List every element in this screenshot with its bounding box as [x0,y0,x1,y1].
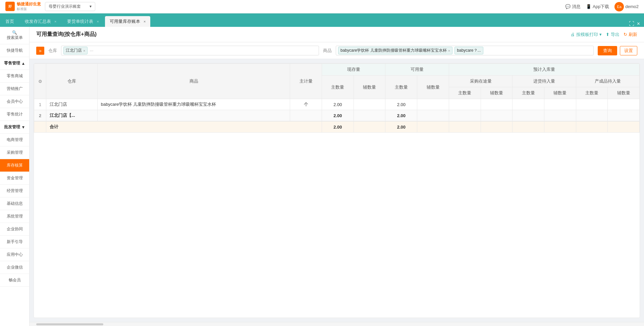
tab-available-inventory[interactable]: 可用量库存账本 × [105,16,150,27]
tab-demand-close[interactable]: × [97,19,99,24]
sidebar-marketing-label: 营销推广 [7,86,23,92]
th-available-main: 主数量 [385,76,417,99]
product-tag-0-close[interactable]: × [448,49,450,53]
nav-tabs: 首页 收发存汇总表 × 要货单统计表 × 可用量库存账本 × ⛶ × [0,13,644,27]
sidebar-item-retail-mgmt[interactable]: 零售管理 ▲ [0,57,29,70]
th-purchase-main: 主数量 [449,87,481,99]
warehouse-tag-area[interactable]: 江北门店 × ··· [61,46,319,55]
message-btn[interactable]: 💬 消息 [565,4,581,10]
app-download-btn[interactable]: 📱 App下载 [586,4,609,10]
sidebar-item-retail-mall[interactable]: 零售商城 [0,70,29,83]
th-stock-aux: 辅数量 [354,76,385,99]
row1-product: babycare学饮杯 儿童防摔防撞吸管杯重力球吸嘴杯宝宝水杯 [97,99,290,110]
search-icon: 🔍 [12,30,17,35]
avatar: Ea [614,2,624,11]
row2-num: 2 [34,110,46,122]
sidebar-search[interactable]: 🔍 搜索菜单 [0,27,29,44]
inventory-table: ⚙ 仓库 商品 主计量 现存量 可用量 预计入库量 主数量 辅数量 主数量 辅数… [34,63,640,133]
tab-receive-send[interactable]: 收发存汇总表 × [20,16,61,27]
footer-purchase-main [449,121,481,133]
sidebar-item-new-guide[interactable]: 新手引导 [0,236,29,248]
footer-available-aux [417,121,449,133]
th-incoming-aux: 辅数量 [544,87,576,99]
user-area[interactable]: Ea demo2 [614,2,639,11]
sidebar-item-system-mgmt[interactable]: 系统管理 [0,210,29,223]
sidebar-item-member-center[interactable]: 会员中心 [0,95,29,108]
th-unit: 主计量 [290,64,322,99]
th-warehouse: 仓库 [46,64,98,99]
tab-available-inventory-close[interactable]: × [144,19,146,24]
sidebar-item-inventory-check[interactable]: 库存核算 [0,159,29,172]
product-tag-area[interactable]: babycare学饮杯 儿童防摔防撞吸管杯重力球吸嘴杯宝宝水杯 × babyca… [336,46,594,55]
row1-available-aux [417,99,449,110]
fullscreen-icon[interactable]: ⛶ [629,21,634,27]
th-purchase-aux: 辅数量 [481,87,513,99]
settings-gear-icon[interactable]: ⚙ [38,79,42,84]
warehouse-tag-0[interactable]: 江北门店 × [63,47,88,54]
sidebar-item-member[interactable]: 畅会员 [0,274,29,287]
tab-home[interactable]: 首页 [1,16,19,27]
footer-available-main: 2.00 [385,121,417,133]
sidebar: 🔍 搜索菜单 快捷导航 零售管理 ▲ 零售商城 营销推广 会员中心 零售统计 批… [0,27,30,326]
product-filter-label: 商品 [323,48,332,54]
row2-purchase-aux [481,110,513,122]
row2-available-main: 2.00 [385,110,417,122]
chevron-down-icon: ▾ [90,4,92,9]
scroll-thumb[interactable] [36,323,103,325]
sidebar-item-ecommerce-mgmt[interactable]: 电商管理 [0,134,29,146]
refresh-btn[interactable]: ↻ 刷新 [624,32,637,38]
sidebar-item-marketing[interactable]: 营销推广 [0,83,29,95]
th-stock-group: 现存量 [322,64,385,76]
product-tag-text-0: babycare学饮杯 儿童防摔防撞吸管杯重力球吸嘴杯宝宝水杯 [340,48,447,53]
product-tag-1[interactable]: babycare？... [454,47,483,54]
sidebar-item-enterprise-wechat[interactable]: 企业微信 [0,261,29,274]
table-container: ⚙ 仓库 商品 主计量 现存量 可用量 预计入库量 主数量 辅数量 主数量 辅数… [34,63,640,318]
settings-button[interactable]: 设置 [620,46,637,55]
sidebar-member-center-label: 会员中心 [7,99,23,104]
sidebar-item-finance-mgmt[interactable]: 资金管理 [0,172,29,185]
sidebar-item-app-center[interactable]: 应用中心 [0,248,29,261]
footer-production-aux [608,121,640,133]
warehouse-more-dots[interactable]: ··· [90,48,93,53]
logo-icon: 好 [5,2,15,11]
table-footer-row: 合计 2.00 2.00 [34,121,640,133]
row2-production-main [576,110,608,122]
warehouse-filter-label: 仓库 [48,48,57,54]
page-title: 可用量查询(按仓库+商品) [36,31,97,38]
close-all-icon[interactable]: × [637,21,640,27]
sidebar-purchase-mgmt-label: 采购管理 [7,150,23,155]
sidebar-wholesale-mgmt-label: 批发管理 [4,124,20,130]
sidebar-quick-nav[interactable]: 快捷导航 [0,44,29,57]
sidebar-app-center-label: 应用中心 [7,252,23,258]
row2-warehouse: 江北门店【... [46,110,98,122]
footer-label: 合计 [46,121,322,133]
export-btn[interactable]: ⬆ 导出 [606,32,620,38]
row2-incoming-aux [544,110,576,122]
sidebar-item-basic-info[interactable]: 基础信息 [0,197,29,210]
sidebar-item-operations-mgmt[interactable]: 经营管理 [0,185,29,197]
main-layout: 🔍 搜索菜单 快捷导航 零售管理 ▲ 零售商城 营销推广 会员中心 零售统计 批… [0,27,644,326]
print-btn[interactable]: 🖨 按模板打印 ▾ [571,32,602,38]
avatar-initials: Ea [617,5,622,9]
warehouse-tag-close-icon[interactable]: × [83,49,85,53]
sidebar-member-label: 畅会员 [9,277,21,283]
logo-area: 好 畅捷通好生意 标准版 [5,2,41,11]
query-button[interactable]: 查询 [598,46,617,55]
sidebar-item-retail-stats[interactable]: 零售统计 [0,108,29,121]
export-label: 导出 [611,32,620,38]
row2-purchase-main [449,110,481,122]
page-actions: 🖨 按模板打印 ▾ ⬆ 导出 ↻ 刷新 [571,32,637,38]
sidebar-item-wholesale-mgmt[interactable]: 批发管理 ▼ [0,121,29,134]
logo-text-group: 畅捷通好生意 标准版 [17,2,41,11]
th-purchase-transit: 采购在途量 [449,76,512,87]
row1-stock-aux [354,99,385,110]
sidebar-item-enterprise-collab[interactable]: 企业协同 [0,223,29,236]
sidebar-enterprise-collab-label: 企业协同 [7,226,23,232]
tab-demand[interactable]: 要货单统计表 × [62,16,103,27]
product-tag-0[interactable]: babycare学饮杯 儿童防摔防撞吸管杯重力球吸嘴杯宝宝水杯 × [338,47,452,54]
industry-selector[interactable]: 母婴行业演示账套 ▾ [45,2,95,11]
tab-receive-send-close[interactable]: × [54,19,56,24]
filter-toggle-btn[interactable]: » [36,47,44,55]
sidebar-inventory-check-label: 库存核算 [7,162,23,168]
sidebar-item-purchase-mgmt[interactable]: 采购管理 [0,146,29,159]
